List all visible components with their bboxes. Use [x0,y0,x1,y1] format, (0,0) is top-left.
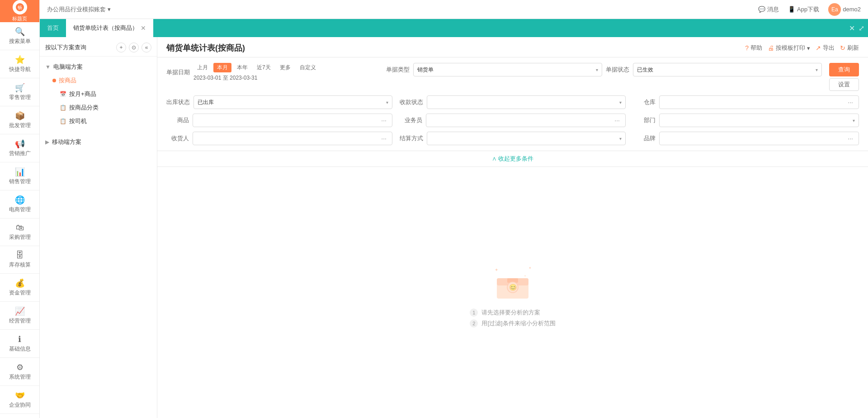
tree-mobile-label: 移动端方案 [52,138,81,146]
sidebar-item-enterprise-label: 企业协同 [9,402,31,408]
message-btn[interactable]: 💬 消息 [758,5,779,14]
sidebar-item-search-label: 搜索菜单 [9,38,31,44]
warehouse-input[interactable]: ··· [659,95,859,109]
filter-edit-btn[interactable]: ⊙ [129,43,139,52]
sidebar-item-shortcut[interactable]: ⭐ 快捷导航 [0,50,39,78]
user-profile[interactable]: Ea demo2 [828,3,861,16]
app-download-btn[interactable]: 📱 App下载 [788,5,819,14]
sidebar-item-guide[interactable]: 📋 新手引导 [0,414,39,418]
settlement-input[interactable]: ▾ [427,132,626,145]
doc-status-value: 已生效 [637,66,816,74]
consignee-input[interactable]: ··· [193,132,392,145]
tree-item-mobile-parent[interactable]: ▶ 移动端方案 [40,135,157,149]
top-bar-right: 💬 消息 📱 App下载 Ea demo2 [758,3,861,16]
tree-item-by-driver[interactable]: 📋 按司机 [40,114,157,128]
sidebar-item-purchase-label: 采购管理 [9,234,31,240]
tab-home[interactable]: 首页 [40,19,66,37]
query-btn[interactable]: 查询 [829,63,859,76]
date-tab-more[interactable]: 更多 [276,63,294,72]
doc-status-input[interactable]: 已生效 ▾ [633,63,822,76]
tree-mobile-expand-icon: ▶ [45,139,49,145]
doc-status-label: 单据状态 [606,66,629,74]
sidebar-item-enterprise[interactable]: 🤝 企业协同 [0,386,39,414]
settings-btn[interactable]: 设置 [829,78,859,91]
message-label: 消息 [767,5,779,14]
salesperson-label: 业务员 [400,116,422,124]
filter-panel: 按以下方案查询 + ⊙ « ▼ 电脑端方案 [40,37,157,418]
username: demo2 [843,6,861,13]
brand-input[interactable]: ··· [659,132,859,145]
sidebar: 畅 标题页 🔍 搜索菜单 ⭐ 快捷导航 🛒 零售管理 📦 批发管理 📢 营销推广… [0,0,40,418]
department-input[interactable]: ▾ [659,114,859,127]
industry-selector[interactable]: 办公用品行业模拟账套 ▾ [47,5,111,14]
print-chevron-icon: ▾ [807,45,810,52]
svg-text:✦: ✦ [495,267,498,272]
sidebar-item-marketing[interactable]: 📢 营销推广 [0,134,39,162]
svg-text:✦: ✦ [524,275,526,277]
sidebar-item-purchase[interactable]: 🛍 采购管理 [0,218,39,246]
date-tab-7days[interactable]: 近7天 [253,63,274,72]
help-btn[interactable]: ? 帮助 [745,44,762,52]
sidebar-item-sales[interactable]: 📊 销售管理 [0,162,39,190]
collapse-bar[interactable]: ∧ 收起更多条件 [157,151,868,167]
date-tab-this-year[interactable]: 本年 [233,63,251,72]
doc-type-input[interactable]: 销货单 ▾ [413,63,602,76]
tab-close-icon[interactable]: ✕ [141,24,146,32]
salesperson-input[interactable]: ··· [426,114,626,127]
payment-status-label: 收款状态 [400,98,423,106]
date-tab-last-month[interactable]: 上月 [193,63,212,72]
print-label: 按模板打印 [776,44,805,52]
goods-input[interactable]: ··· [193,114,392,127]
tab-report-label: 销货单统计表（按商品） [73,24,138,32]
tree-item-product-category[interactable]: 📋 按商品分类 [40,101,157,114]
sidebar-item-retail[interactable]: 🛒 零售管理 [0,78,39,106]
tab-report[interactable]: 销货单统计表（按商品） ✕ [66,19,153,37]
app-download-icon: 📱 [788,6,795,13]
brand-label: 品牌 [633,134,656,142]
tree-item-month-product[interactable]: 📅 按月+商品 [40,87,157,101]
svg-text:✦: ✦ [528,266,532,270]
warehouse-ellipsis-icon[interactable]: ··· [846,99,855,106]
tab-restore-icon[interactable]: ⤢ [859,24,864,33]
warehouse-status-input[interactable]: 已出库 ▾ [193,95,392,109]
sidebar-item-ecommerce[interactable]: 🌐 电商管理 [0,190,39,218]
sidebar-item-basic[interactable]: ℹ 基础信息 [0,330,39,358]
tree-expand-icon: ▼ [45,64,51,70]
filter-add-icon: + [119,44,123,51]
print-btn[interactable]: 🖨 按模板打印 ▾ [768,44,810,52]
filter-row-4: 收货人 ··· 结算方式 ▾ 品牌 [166,132,859,145]
date-tab-this-month[interactable]: 本月 [213,63,231,72]
date-tab-custom[interactable]: 自定义 [296,63,320,72]
tab-close-all-icon[interactable]: ✕ [849,24,855,33]
sidebar-item-sales-label: 销售管理 [9,178,31,185]
tree-item-pc-parent[interactable]: ▼ 电脑端方案 [40,60,157,74]
refresh-btn[interactable]: ↻ 刷新 [840,44,859,52]
sidebar-item-finance[interactable]: 💰 资金管理 [0,274,39,302]
enterprise-icon: 🤝 [2,390,38,400]
sidebar-item-inventory[interactable]: 🗄 库存核算 [0,246,39,274]
export-btn[interactable]: ↗ 导出 [816,44,835,52]
filter-bar: 单据日期 上月 本月 本年 近7天 更多 自定义 2023-03-01 至 20… [157,57,868,151]
sidebar-item-operations[interactable]: 📈 经营管理 [0,302,39,330]
payment-status-input[interactable]: ▾ [427,95,626,109]
goods-ellipsis-icon[interactable]: ··· [379,117,388,124]
goods-field: 商品 ··· [166,114,392,127]
logo-icon: 畅 [13,0,27,14]
brand-field: 品牌 ··· [633,132,859,145]
brand-ellipsis-icon[interactable]: ··· [846,135,855,142]
tree-by-driver-label: 按司机 [69,117,87,125]
filter-collapse-btn[interactable]: « [142,43,151,52]
salesperson-ellipsis-icon[interactable]: ··· [613,117,622,124]
app-logo[interactable]: 畅 标题页 [0,0,40,22]
marketing-icon: 📢 [2,139,38,149]
consignee-ellipsis-icon[interactable]: ··· [379,135,388,142]
warehouse-status-value: 已出库 [198,99,386,106]
sidebar-item-wholesale[interactable]: 📦 批发管理 [0,106,39,134]
tree-by-product-label: 按商品 [59,76,76,85]
top-bar: 办公用品行业模拟账套 ▾ 💬 消息 📱 App下载 Ea demo2 [40,0,868,19]
filter-add-btn[interactable]: + [116,43,126,52]
tree-item-by-product[interactable]: 按商品 [40,74,157,87]
sidebar-item-system[interactable]: ⚙ 系统管理 [0,358,39,386]
sidebar-item-search[interactable]: 🔍 搜索菜单 [0,22,39,50]
sidebar-item-marketing-label: 营销推广 [9,150,31,157]
